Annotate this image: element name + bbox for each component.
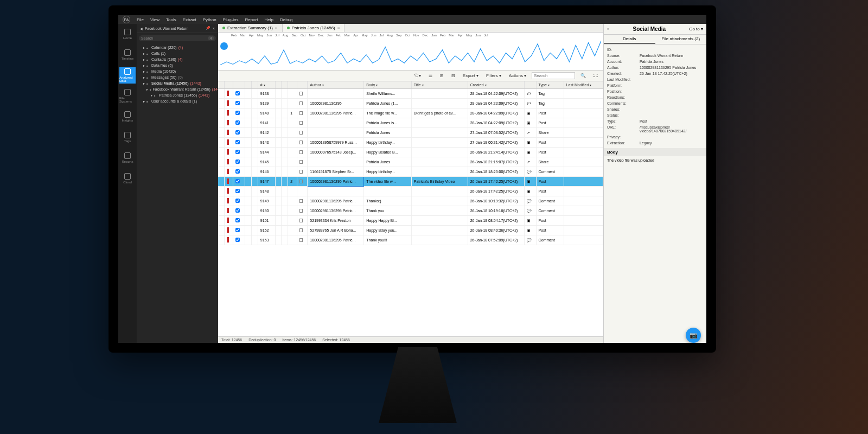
- tree-item[interactable]: ▸▪Media (10420): [137, 68, 218, 74]
- table-row[interactable]: 9151521993334 Kris PrestonHappy Happy Bi…: [218, 216, 603, 226]
- table-row[interactable]: 9152527988765 Jon A R Boha...Happy Bday …: [218, 226, 603, 235]
- rail-insights[interactable]: Insights: [119, 108, 136, 125]
- table-row[interactable]: 91401100002981136295 Patric...The image …: [218, 108, 603, 118]
- tree-item[interactable]: ▸▪Data files (6): [137, 62, 218, 68]
- column-header[interactable]: [233, 81, 245, 89]
- menu-help[interactable]: Help: [265, 17, 273, 22]
- table-row[interactable]: 9139100002981136295Patricia Jones (1...2…: [218, 99, 603, 108]
- tree-item[interactable]: ▸▪Messages (50) (0): [137, 74, 218, 80]
- column-header[interactable]: [282, 81, 288, 89]
- menu-debug[interactable]: Debug: [280, 17, 293, 22]
- details-tab[interactable]: Details: [604, 35, 655, 44]
- table-row[interactable]: 9149100002981136295 Patric...Thanks:)26-…: [218, 196, 603, 206]
- column-header[interactable]: Type ▾: [536, 81, 564, 89]
- table-row[interactable]: 91431000018958759979 Russ...Happy birthd…: [218, 138, 603, 148]
- row-checkbox[interactable]: [235, 120, 240, 125]
- table-row[interactable]: 9145Patricia Jones26-Jan-18 21:15:07(UTC…: [218, 157, 603, 167]
- sidebar-pin-icon[interactable]: 📌: [206, 26, 210, 30]
- column-header[interactable]: [224, 81, 233, 89]
- column-header[interactable]: Title ▾: [411, 81, 468, 89]
- row-checkbox[interactable]: [235, 111, 240, 115]
- view-grid-icon[interactable]: ⊞: [438, 73, 446, 79]
- collapse-panel-icon[interactable]: »: [607, 27, 609, 31]
- menu-report[interactable]: Report: [245, 17, 258, 22]
- row-checkbox[interactable]: [235, 150, 240, 154]
- row-checkbox[interactable]: [235, 189, 240, 193]
- menu-file[interactable]: File: [137, 17, 144, 22]
- table-row[interactable]: 9144100000076575143 Josep...Happy Belate…: [218, 148, 603, 157]
- row-checkbox[interactable]: [235, 179, 240, 183]
- rail-timeline[interactable]: Timeline: [119, 47, 136, 63]
- sidebar-search[interactable]: Search 4: [139, 35, 216, 41]
- tree-item[interactable]: ▸▪Facebook Warrant Return (12456) (1443): [137, 86, 218, 92]
- column-header[interactable]: [524, 81, 536, 89]
- table-row[interactable]: 9150100002981136295 Patric...Thank you26…: [218, 206, 603, 216]
- rail-analyzed-data[interactable]: Analyzed Data: [119, 67, 136, 84]
- table-row[interactable]: 914826-Jan-18 17:42:25(UTC+2)▣Post: [218, 187, 603, 196]
- table-search-input[interactable]: [532, 72, 575, 79]
- column-header[interactable]: [252, 81, 258, 89]
- row-checkbox[interactable]: [235, 208, 240, 213]
- table-row[interactable]: 9141Patricia Jones is...28-Jan-18 04:22:…: [218, 118, 603, 128]
- filters-button[interactable]: Filters ▾: [484, 73, 503, 79]
- rail-tags[interactable]: Tags: [119, 129, 136, 145]
- column-header[interactable]: [297, 81, 307, 89]
- tree-item[interactable]: ▸▪Calendar (220) (4): [137, 44, 218, 50]
- menu-python[interactable]: Python: [203, 17, 216, 22]
- table-row[interactable]: 9142Patricia Jones27-Jan-18 07:08:52(UTC…: [218, 128, 603, 138]
- menu-plugins[interactable]: Plug-ins: [223, 17, 239, 22]
- content-tab[interactable]: Patricia Jones (12456)×: [283, 24, 345, 32]
- column-header[interactable]: Author ▾: [308, 81, 364, 89]
- view-detail-icon[interactable]: ⊟: [449, 73, 457, 79]
- sidebar-close-icon[interactable]: ×: [213, 27, 215, 30]
- row-checkbox[interactable]: [235, 228, 240, 232]
- tree-item[interactable]: ▸▪Social Media (12456) (1443): [137, 80, 218, 86]
- view-list-icon[interactable]: ☰: [426, 73, 435, 79]
- content-tab[interactable]: Extraction Summary (1)×: [218, 24, 283, 32]
- row-checkbox[interactable]: [235, 101, 240, 105]
- expand-icon[interactable]: ⛶: [591, 73, 600, 79]
- row-checkbox[interactable]: [235, 130, 240, 135]
- attachments-tab[interactable]: File attachments (2): [655, 35, 707, 44]
- column-header[interactable]: Created ▾: [468, 81, 524, 89]
- tree-item[interactable]: ▸▪Calls (1): [137, 50, 218, 56]
- close-icon[interactable]: ×: [337, 25, 340, 30]
- actions-button[interactable]: Actions ▾: [507, 73, 528, 79]
- row-checkbox[interactable]: [235, 91, 240, 95]
- row-checkbox[interactable]: [235, 159, 240, 164]
- data-table[interactable]: # ▾Author ▾Body ▾Title ▾Created ▾Type ▾L…: [218, 81, 603, 336]
- column-header[interactable]: Last Modified ▾: [564, 81, 603, 89]
- rail-file-systems[interactable]: File Systems: [119, 88, 136, 104]
- row-checkbox[interactable]: [235, 238, 240, 242]
- search-icon[interactable]: 🔍: [578, 73, 588, 79]
- camera-fab-button[interactable]: 📷: [686, 328, 701, 343]
- column-header[interactable]: # ▾: [258, 81, 275, 89]
- tree-item[interactable]: ▸▪Patricia Jones (12456) (1443): [137, 92, 218, 98]
- table-row[interactable]: 91461166151875 Stephen Br...Happy birthd…: [218, 167, 603, 177]
- table-row[interactable]: 9138Sheila Williams...28-Jan-18 04:22:09…: [218, 89, 603, 99]
- rail-reports[interactable]: Reports: [119, 150, 136, 166]
- menu-view[interactable]: View: [150, 17, 159, 22]
- menu-tools[interactable]: Tools: [166, 17, 176, 22]
- rail-cloud[interactable]: Cloud: [119, 170, 136, 187]
- tree-item[interactable]: ▸▪User accounts & details (1): [137, 98, 218, 104]
- collapse-icon[interactable]: ◀: [140, 27, 143, 30]
- column-header[interactable]: [245, 81, 252, 89]
- rail-home[interactable]: Home: [119, 26, 136, 42]
- goto-button[interactable]: Go to ▾: [689, 27, 703, 31]
- column-header[interactable]: [288, 81, 297, 89]
- timeline-chart[interactable]: FebMarAprMayJunJulAugSepOctNovDecJanFebM…: [218, 33, 603, 71]
- table-row[interactable]: 9153100002981136295 Patric...Thank you!!…: [218, 235, 603, 245]
- column-header[interactable]: [275, 81, 282, 89]
- tree-item[interactable]: ▸▪Contacts (190) (4): [137, 56, 218, 62]
- shield-icon[interactable]: 🛡▾: [412, 73, 423, 79]
- export-button[interactable]: Export ▾: [461, 73, 481, 79]
- column-header[interactable]: Body ▾: [364, 81, 412, 89]
- column-header[interactable]: [218, 81, 224, 89]
- close-icon[interactable]: ×: [275, 25, 278, 30]
- table-row[interactable]: 91472100002981136295 Patric...The video …: [218, 177, 603, 187]
- menu-extract[interactable]: Extract: [183, 17, 196, 22]
- row-checkbox[interactable]: [235, 140, 240, 144]
- row-checkbox[interactable]: [235, 169, 240, 174]
- row-checkbox[interactable]: [235, 199, 240, 203]
